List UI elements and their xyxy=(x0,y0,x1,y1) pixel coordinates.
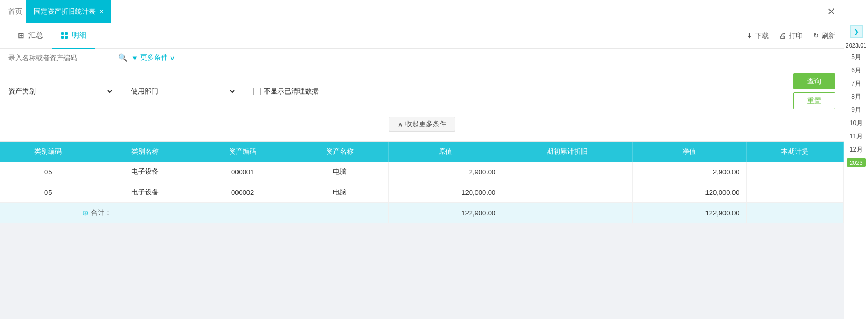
cell-category-name: 电子设备 xyxy=(97,182,194,203)
cell-category-code: 05 xyxy=(0,182,97,203)
cell-asset-code: 000001 xyxy=(194,162,291,182)
chevron-down-icon: ∨ xyxy=(170,54,175,62)
tab-detail[interactable]: 明细 xyxy=(52,23,95,49)
layers-icon: ⊞ xyxy=(17,31,25,40)
refresh-icon: ↻ xyxy=(813,32,819,40)
svg-rect-0 xyxy=(61,32,64,35)
tab-label: 固定资产折旧统计表 xyxy=(34,7,96,16)
print-icon: 🖨 xyxy=(779,32,786,40)
cell-asset-name: 电脑 xyxy=(291,162,388,182)
search-input[interactable] xyxy=(8,54,114,62)
month-11[interactable]: 11月 xyxy=(844,130,868,143)
category-select[interactable] xyxy=(40,86,114,97)
svg-rect-2 xyxy=(61,36,64,39)
cell-net-value: 120,000.00 xyxy=(632,182,746,203)
year-badge[interactable]: 2023 xyxy=(847,158,866,167)
chevron-up-icon: ∧ xyxy=(398,120,403,128)
window-close-button[interactable]: ✕ xyxy=(827,6,835,17)
cell-asset-name: 电脑 xyxy=(291,182,388,203)
category-filter: 资产类别 xyxy=(8,86,114,97)
filter-area: 资产类别 使用部门 不显示已清理数据 查询 重置 ∧ xyxy=(0,67,844,142)
toolbar: ⊞ 汇总 明细 ⬇ 下载 🖨 打印 xyxy=(0,23,844,49)
col-initial-accum-depr: 期初累计折旧 xyxy=(502,142,633,162)
total-asset-name xyxy=(291,203,388,223)
right-sidebar: ❯ 2023.01 5月 6月 7月 8月 9月 10月 11月 12月 202… xyxy=(844,0,868,319)
home-nav[interactable]: 首页 xyxy=(8,7,22,16)
cell-original-value: 120,000.00 xyxy=(388,182,502,203)
col-asset-code: 资产编码 xyxy=(194,142,291,162)
cell-initial-accum-depr xyxy=(502,182,633,203)
tab-close-button[interactable]: × xyxy=(100,8,103,15)
total-icon: ⊕ xyxy=(82,209,89,217)
data-table-wrap: 类别编码 类别名称 资产编码 资产名称 原值 期初累计折旧 净值 本期计提 05… xyxy=(0,142,844,319)
col-asset-name: 资产名称 xyxy=(291,142,388,162)
cell-category-name: 电子设备 xyxy=(97,162,194,182)
download-icon: ⬇ xyxy=(747,32,752,40)
query-button[interactable]: 查询 xyxy=(793,73,835,89)
month-7[interactable]: 7月 xyxy=(844,77,868,90)
col-category-code: 类别编码 xyxy=(0,142,97,162)
date-display: 2023.01 xyxy=(846,42,867,49)
month-5[interactable]: 5月 xyxy=(844,51,868,64)
table-row: 05 电子设备 000002 电脑 120,000.00 120,000.00 xyxy=(0,182,844,203)
total-label-cell: ⊕ 合计： xyxy=(0,203,194,223)
tab-summary[interactable]: ⊞ 汇总 xyxy=(8,23,52,49)
total-row: ⊕ 合计： 122,900.00 122,900.00 xyxy=(0,203,844,223)
sidebar-expand-arrow[interactable]: ❯ xyxy=(850,25,863,38)
cell-current-period-depr xyxy=(746,162,843,182)
collapse-button[interactable]: ∧ 收起更多条件 xyxy=(389,117,455,132)
cell-current-period-depr xyxy=(746,182,843,203)
no-cleaned-label: 不显示已清理数据 xyxy=(264,87,319,96)
collapse-bar: ∧ 收起更多条件 xyxy=(8,114,835,135)
total-initial-accum-depr xyxy=(502,203,633,223)
total-net-value: 122,900.00 xyxy=(632,203,746,223)
total-original-value: 122,900.00 xyxy=(388,203,502,223)
svg-rect-1 xyxy=(65,32,68,35)
total-label: 合计： xyxy=(91,208,111,218)
month-6[interactable]: 6月 xyxy=(844,64,868,77)
col-current-period-depr: 本期计提 xyxy=(746,142,843,162)
col-category-name: 类别名称 xyxy=(97,142,194,162)
print-button[interactable]: 🖨 打印 xyxy=(779,31,803,41)
month-8[interactable]: 8月 xyxy=(844,90,868,104)
month-12[interactable]: 12月 xyxy=(844,143,868,156)
toolbar-actions: ⬇ 下载 🖨 打印 ↻ 刷新 xyxy=(747,31,835,41)
cell-original-value: 2,900.00 xyxy=(388,162,502,182)
refresh-button[interactable]: ↻ 刷新 xyxy=(813,31,835,41)
cell-category-code: 05 xyxy=(0,162,97,182)
cell-asset-code: 000002 xyxy=(194,182,291,203)
department-label: 使用部门 xyxy=(131,87,158,96)
month-10[interactable]: 10月 xyxy=(844,117,868,130)
no-cleaned-checkbox[interactable] xyxy=(253,88,261,95)
reset-button[interactable]: 重置 xyxy=(793,92,835,109)
no-cleaned-filter: 不显示已清理数据 xyxy=(253,87,319,96)
download-button[interactable]: ⬇ 下载 xyxy=(747,31,769,41)
svg-rect-3 xyxy=(65,36,68,39)
month-9[interactable]: 9月 xyxy=(844,104,868,117)
cell-initial-accum-depr xyxy=(502,162,633,182)
col-net-value: 净值 xyxy=(632,142,746,162)
more-conditions-button[interactable]: ▼ 更多条件 ∨ xyxy=(131,53,175,62)
active-tab[interactable]: 固定资产折旧统计表 × xyxy=(26,0,111,23)
filter-buttons: 查询 重置 xyxy=(793,73,835,109)
data-table: 类别编码 类别名称 资产编码 资产名称 原值 期初累计折旧 净值 本期计提 05… xyxy=(0,142,844,223)
search-icon[interactable]: 🔍 xyxy=(118,53,127,62)
table-header-row: 类别编码 类别名称 资产编码 资产名称 原值 期初累计折旧 净值 本期计提 xyxy=(0,142,844,162)
total-asset-code xyxy=(194,203,291,223)
department-select[interactable] xyxy=(163,86,236,97)
cell-net-value: 2,900.00 xyxy=(632,162,746,182)
detail-icon xyxy=(60,31,69,40)
total-current-period-depr xyxy=(746,203,843,223)
col-original-value: 原值 xyxy=(388,142,502,162)
search-bar: 🔍 ▼ 更多条件 ∨ xyxy=(0,49,844,67)
category-label: 资产类别 xyxy=(8,87,36,96)
filter-icon: ▼ xyxy=(131,54,138,62)
department-filter: 使用部门 xyxy=(131,86,236,97)
table-row: 05 电子设备 000001 电脑 2,900.00 2,900.00 xyxy=(0,162,844,182)
